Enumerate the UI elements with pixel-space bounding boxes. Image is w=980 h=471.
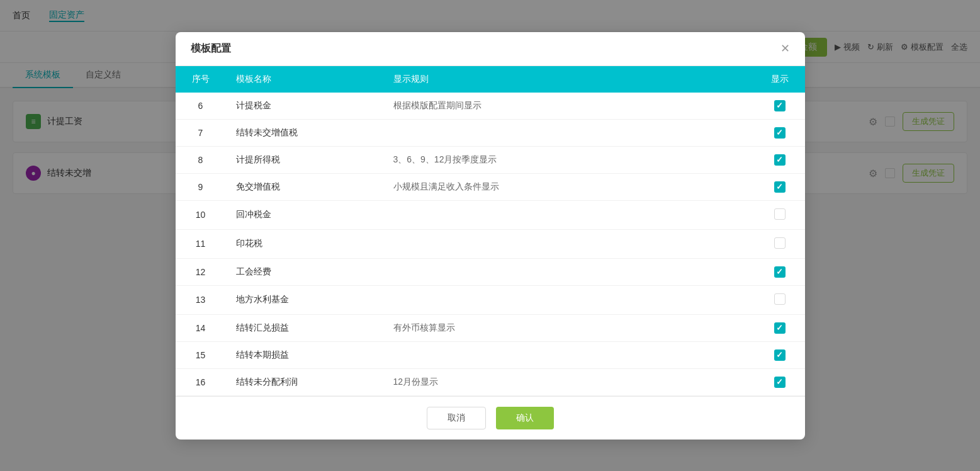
row-seq: 10	[176, 200, 226, 229]
row-checkbox-cell	[755, 146, 805, 173]
row-name: 免交增值税	[226, 173, 383, 200]
cancel-button[interactable]: 取消	[427, 407, 486, 429]
modal-header: 模板配置 ✕	[176, 32, 805, 66]
row-seq: 12	[176, 258, 226, 285]
col-display: 显示	[755, 66, 805, 93]
row-name: 工会经费	[226, 258, 383, 285]
row-checkbox[interactable]	[774, 181, 786, 193]
row-name: 印花税	[226, 229, 383, 258]
row-checkbox[interactable]	[774, 237, 786, 249]
row-seq: 16	[176, 368, 226, 395]
row-checkbox[interactable]	[774, 100, 786, 111]
table-row: 6计提税金根据模版配置期间显示	[176, 93, 805, 120]
row-checkbox-cell	[755, 285, 805, 314]
row-rule	[383, 285, 755, 314]
modal-close-button[interactable]: ✕	[780, 43, 790, 54]
row-checkbox-cell	[755, 200, 805, 229]
row-rule	[383, 229, 755, 258]
table-row: 9免交增值税小规模且满足收入条件显示	[176, 173, 805, 200]
row-checkbox[interactable]	[774, 127, 786, 139]
row-checkbox-cell	[755, 93, 805, 120]
row-rule: 小规模且满足收入条件显示	[383, 173, 755, 200]
row-checkbox[interactable]	[774, 293, 786, 305]
row-rule	[383, 341, 755, 368]
confirm-button[interactable]: 确认	[496, 407, 554, 429]
row-rule: 3、6、9、12月按季度显示	[383, 146, 755, 173]
row-name: 计提所得税	[226, 146, 383, 173]
modal-template-config: 模板配置 ✕ 序号 模板名称 显示规则 显示 6计提税金根据模版配置期间显示7结…	[176, 32, 805, 440]
row-checkbox-cell	[755, 258, 805, 285]
row-seq: 7	[176, 119, 226, 146]
row-seq: 6	[176, 93, 226, 120]
row-name: 地方水利基金	[226, 285, 383, 314]
row-checkbox[interactable]	[774, 208, 786, 220]
table-row: 15结转本期损益	[176, 341, 805, 368]
row-name: 计提税金	[226, 93, 383, 120]
row-seq: 13	[176, 285, 226, 314]
table-row: 13地方水利基金	[176, 285, 805, 314]
row-rule: 有外币核算显示	[383, 314, 755, 341]
modal-footer: 取消 确认	[176, 396, 805, 440]
row-checkbox-cell	[755, 368, 805, 395]
row-checkbox-cell	[755, 229, 805, 258]
table-row: 14结转汇兑损益有外币核算显示	[176, 314, 805, 341]
col-name: 模板名称	[226, 66, 383, 93]
row-seq: 11	[176, 229, 226, 258]
row-checkbox[interactable]	[774, 266, 786, 278]
row-seq: 8	[176, 146, 226, 173]
row-checkbox[interactable]	[774, 154, 786, 166]
row-checkbox[interactable]	[774, 377, 786, 388]
table-row: 11印花税	[176, 229, 805, 258]
row-seq: 9	[176, 173, 226, 200]
table-row: 12工会经费	[176, 258, 805, 285]
row-name: 结转未交增值税	[226, 119, 383, 146]
row-rule: 12月份显示	[383, 368, 755, 395]
config-table: 序号 模板名称 显示规则 显示 6计提税金根据模版配置期间显示7结转未交增值税8…	[176, 66, 805, 396]
row-rule	[383, 200, 755, 229]
row-checkbox-cell	[755, 314, 805, 341]
row-name: 结转本期损益	[226, 341, 383, 368]
row-name: 结转未分配利润	[226, 368, 383, 395]
row-rule	[383, 258, 755, 285]
table-row: 16结转未分配利润12月份显示	[176, 368, 805, 395]
row-seq: 15	[176, 341, 226, 368]
table-row: 8计提所得税3、6、9、12月按季度显示	[176, 146, 805, 173]
modal-title: 模板配置	[191, 42, 231, 55]
row-seq: 14	[176, 314, 226, 341]
modal-body: 序号 模板名称 显示规则 显示 6计提税金根据模版配置期间显示7结转未交增值税8…	[176, 66, 805, 396]
table-row: 7结转未交增值税	[176, 119, 805, 146]
row-checkbox[interactable]	[774, 349, 786, 361]
table-body: 6计提税金根据模版配置期间显示7结转未交增值税8计提所得税3、6、9、12月按季…	[176, 93, 805, 396]
modal-overlay: 模板配置 ✕ 序号 模板名称 显示规则 显示 6计提税金根据模版配置期间显示7结…	[0, 0, 980, 471]
row-rule: 根据模版配置期间显示	[383, 93, 755, 120]
row-checkbox-cell	[755, 119, 805, 146]
table-header: 序号 模板名称 显示规则 显示	[176, 66, 805, 93]
row-rule	[383, 119, 755, 146]
col-seq: 序号	[176, 66, 226, 93]
table-row: 10回冲税金	[176, 200, 805, 229]
row-checkbox-cell	[755, 341, 805, 368]
row-checkbox[interactable]	[774, 322, 786, 334]
row-name: 结转汇兑损益	[226, 314, 383, 341]
row-checkbox-cell	[755, 173, 805, 200]
row-name: 回冲税金	[226, 200, 383, 229]
col-rule: 显示规则	[383, 66, 755, 93]
